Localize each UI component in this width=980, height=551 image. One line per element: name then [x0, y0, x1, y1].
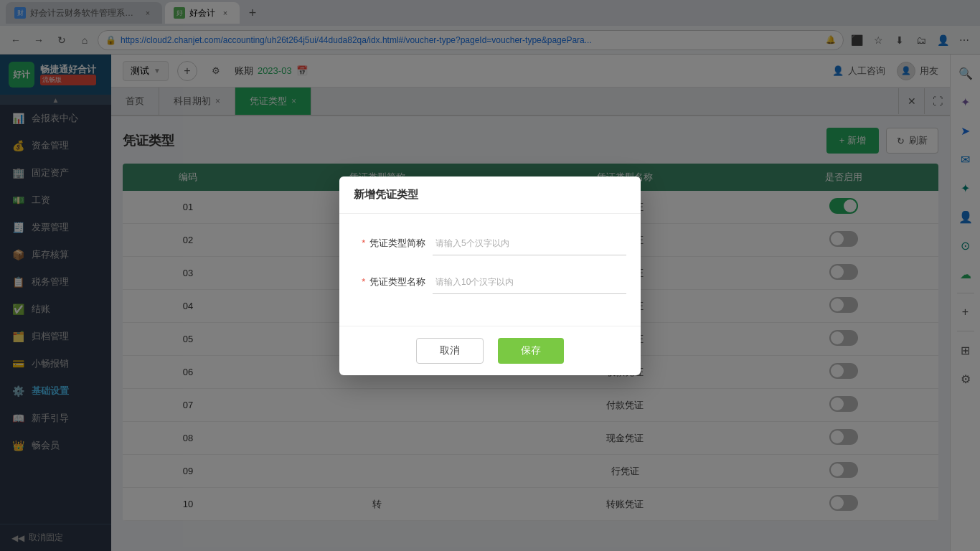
add-voucher-type-modal: 新增凭证类型 * 凭证类型简称 * 凭证类型名称 取消 [339, 176, 641, 375]
save-label: 保存 [521, 344, 541, 356]
full-name-input[interactable] [433, 270, 626, 294]
required-indicator-2: * [362, 276, 365, 287]
modal-header: 新增凭证类型 [339, 176, 641, 214]
save-button[interactable]: 保存 [498, 338, 564, 364]
cancel-button[interactable]: 取消 [416, 338, 484, 364]
modal-footer: 取消 保存 [339, 326, 641, 375]
modal-title: 新增凭证类型 [354, 188, 418, 200]
modal-overlay: 新增凭证类型 * 凭证类型简称 * 凭证类型名称 取消 [0, 0, 980, 551]
short-name-label: * 凭证类型简称 [354, 237, 433, 250]
form-row-full-name: * 凭证类型名称 [354, 270, 626, 294]
short-name-input[interactable] [433, 231, 626, 255]
short-name-label-text: 凭证类型简称 [369, 237, 425, 248]
full-name-label: * 凭证类型名称 [354, 276, 433, 288]
modal-body: * 凭证类型简称 * 凭证类型名称 [339, 214, 641, 326]
cancel-label: 取消 [440, 344, 460, 356]
required-indicator-1: * [362, 237, 365, 248]
form-row-short-name: * 凭证类型简称 [354, 231, 626, 255]
full-name-label-text: 凭证类型名称 [369, 276, 425, 287]
